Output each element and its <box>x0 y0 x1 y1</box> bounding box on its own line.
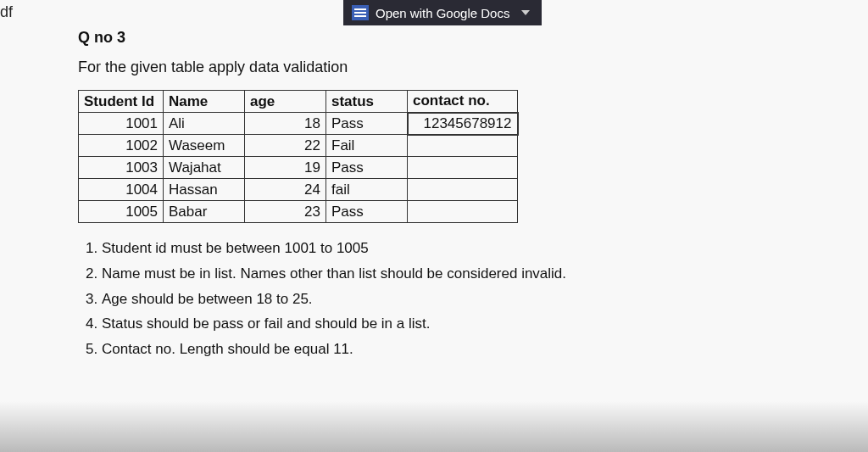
instruction-text: For the given table apply data validatio… <box>78 59 834 76</box>
list-item: Contact no. Length should be equal 11. <box>102 339 834 360</box>
cell-age: 24 <box>245 179 326 201</box>
cell-student-id: 1002 <box>79 135 164 157</box>
question-heading: Q no 3 <box>78 29 834 47</box>
cell-student-id: 1003 <box>79 157 164 179</box>
cell-contact: 12345678912 <box>408 113 518 135</box>
table-row: 1005 Babar 23 Pass <box>79 201 518 223</box>
list-item: Name must be in list. Names other than l… <box>102 264 834 284</box>
cell-contact <box>408 201 518 223</box>
table-header: Student Id <box>79 91 164 113</box>
rules-list: Student id must be between 1001 to 1005 … <box>102 238 834 360</box>
page-corner-text: df <box>0 3 13 21</box>
table-row: 1001 Ali 18 Pass 12345678912 <box>79 113 518 135</box>
list-item: Age should be between 18 to 25. <box>102 289 834 310</box>
bottom-shadow <box>0 401 868 452</box>
table-header: Name <box>164 91 245 113</box>
cell-student-id: 1005 <box>79 201 164 223</box>
cell-status: fail <box>326 179 408 201</box>
cell-name: Babar <box>164 201 245 223</box>
cell-age: 18 <box>245 113 326 135</box>
cell-contact <box>408 157 518 179</box>
cell-name: Ali <box>164 113 245 135</box>
table-header: contact no. <box>408 91 518 113</box>
cell-name: Waseem <box>164 135 245 157</box>
list-item: Status should be pass or fail and should… <box>102 314 834 334</box>
cell-name: Wajahat <box>164 157 245 179</box>
cell-contact <box>408 135 518 157</box>
cell-student-id: 1001 <box>79 113 164 135</box>
students-table: Student Id Name age status contact no. 1… <box>78 90 519 223</box>
cell-status: Fail <box>326 135 408 157</box>
list-item: Student id must be between 1001 to 1005 <box>102 238 834 259</box>
cell-status: Pass <box>326 157 408 179</box>
open-with-google-docs-button[interactable]: Open with Google Docs <box>343 0 542 25</box>
cell-age: 23 <box>245 201 326 223</box>
chevron-down-icon <box>521 10 530 15</box>
table-header: age <box>245 91 326 113</box>
cell-status: Pass <box>326 201 408 223</box>
cell-status: Pass <box>326 113 408 135</box>
cell-contact <box>408 179 518 201</box>
cell-name: Hassan <box>164 179 245 201</box>
document-content: Q no 3 For the given table apply data va… <box>78 29 834 365</box>
table-row: 1002 Waseem 22 Fail <box>79 135 518 157</box>
cell-student-id: 1004 <box>79 179 164 201</box>
table-row: 1003 Wajahat 19 Pass <box>79 157 518 179</box>
cell-age: 19 <box>245 157 326 179</box>
cell-age: 22 <box>245 135 326 157</box>
table-header: status <box>326 91 408 113</box>
table-row: 1004 Hassan 24 fail <box>79 179 518 201</box>
open-with-label: Open with Google Docs <box>376 6 509 20</box>
google-docs-icon <box>352 5 369 20</box>
